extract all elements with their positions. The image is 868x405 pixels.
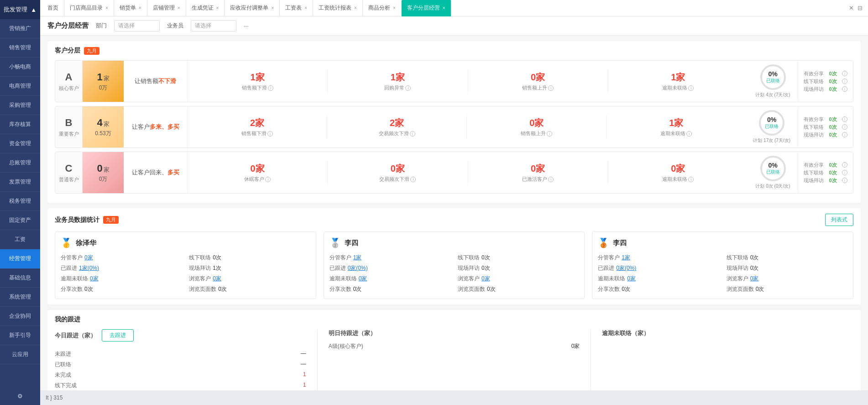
sidebar-item-采购管理[interactable]: 采购管理 (0, 96, 40, 115)
staff-stat-value[interactable]: 0家 (84, 254, 93, 262)
sidebar-item-总账管理[interactable]: 总账管理 (0, 153, 40, 173)
sidebar-header[interactable]: 批发管理 ▲ (0, 0, 40, 19)
tab-客户分层经营[interactable]: 客户分层经营× (402, 0, 451, 16)
sidebar-item-企业协同[interactable]: 企业协同 (0, 307, 40, 326)
staff-stat-value[interactable]: 0家 (90, 275, 99, 283)
staff-stat-value[interactable]: 0家 (481, 275, 490, 283)
info-icon[interactable]: i (548, 177, 554, 182)
page-title: 客户分层经营 (47, 21, 89, 30)
tab-工资表[interactable]: 工资表× (280, 0, 313, 16)
stat-label: 销售额上升 i (522, 84, 554, 91)
info-icon-right[interactable]: i (842, 116, 847, 122)
staff-stat-row: 浏览页面数0次 (189, 285, 310, 293)
tab-close-icon[interactable]: × (105, 5, 108, 11)
staff-stat-value[interactable]: 1家 (353, 254, 362, 262)
tab-门店商品目录[interactable]: 门店商品目录× (64, 0, 114, 16)
sidebar-item-销售管理[interactable]: 销售管理 (0, 38, 40, 58)
info-icon-right[interactable]: i (842, 170, 847, 175)
tier-stat-item[interactable]: 0家逾期未联络 i (608, 161, 748, 184)
sidebar-item-新手引导[interactable]: 新手引导 (0, 326, 40, 345)
info-icon[interactable]: i (548, 85, 554, 91)
filter-more[interactable]: ··· (244, 22, 249, 29)
info-icon-right[interactable]: i (842, 124, 847, 130)
tab-工资统计报表[interactable]: 工资统计报表× (313, 0, 363, 16)
tab-生成凭证[interactable]: 生成凭证× (186, 0, 225, 16)
tab-close-icon[interactable]: × (443, 5, 445, 11)
tier-stat-item[interactable]: 1家销售额下滑 i (188, 69, 328, 93)
info-icon[interactable]: i (547, 131, 552, 137)
staff-stat-value[interactable]: 0家 (359, 275, 367, 283)
tab-close-icon[interactable]: × (216, 5, 219, 11)
staff-stat-value[interactable]: 0家 (627, 275, 636, 283)
info-icon[interactable]: i (410, 177, 416, 182)
sidebar-item-税务管理[interactable]: 税务管理 (0, 192, 40, 211)
staff-stat-value[interactable]: 0家 (213, 275, 221, 283)
info-icon[interactable]: i (688, 85, 694, 91)
info-icon-right[interactable]: i (842, 79, 847, 84)
tab-close-icon[interactable]: × (139, 5, 141, 11)
staff-stat-label: 现场拜访 (189, 264, 211, 272)
tab-close-icon[interactable]: × (354, 5, 357, 11)
tab-首页[interactable]: 首页 (42, 0, 64, 16)
tier-stat-item[interactable]: 2家交易频次下滑 i (327, 115, 467, 139)
sidebar-item-基础信息[interactable]: 基础信息 (0, 268, 40, 288)
tier-stat-item[interactable]: 1家逾期未联络 i (608, 69, 748, 93)
sidebar-item-资金管理[interactable]: 资金管理 (0, 134, 40, 153)
tier-stat-item[interactable]: 0家休眠客户 i (188, 161, 328, 184)
info-icon[interactable]: i (268, 85, 273, 91)
sidebar-settings[interactable]: ⚙ (0, 387, 40, 405)
sidebar-item-固定资产[interactable]: 固定资产 (0, 211, 40, 230)
today-followup-row: 未跟进— (55, 349, 306, 359)
sidebar-item-发票管理[interactable]: 发票管理 (0, 173, 40, 192)
go-followup-button[interactable]: 去跟进 (102, 329, 134, 342)
sidebar-item-经营管理[interactable]: 经营管理 (0, 249, 40, 268)
tab-销货单[interactable]: 销货单× (114, 0, 147, 16)
tab-close-icon[interactable]: × (393, 5, 396, 11)
staff-stat-value[interactable]: 0家(0%) (616, 264, 636, 272)
tier-stat-item[interactable]: 0家销售额上升 i (467, 115, 607, 139)
followup-value: 1 (303, 371, 306, 379)
info-icon-right[interactable]: i (842, 132, 847, 137)
tab-label: 销货单 (120, 4, 136, 12)
info-icon-right[interactable]: i (842, 71, 847, 76)
info-icon[interactable]: i (267, 131, 273, 137)
info-icon[interactable]: i (405, 85, 411, 91)
right-val: 0次 (829, 177, 837, 184)
sidebar-item-电商管理[interactable]: 电商管理 (0, 77, 40, 96)
staff-stat-value[interactable]: 0家 (750, 275, 759, 283)
info-icon[interactable]: i (686, 131, 692, 137)
staff-stat-value[interactable]: 0家(0%) (348, 264, 368, 272)
tab-close-all-icon[interactable]: ✕ (849, 5, 854, 11)
tab-店铺管理[interactable]: 店铺管理× (147, 0, 186, 16)
tab-close-icon[interactable]: × (178, 5, 180, 11)
tab-商品分析[interactable]: 商品分析× (363, 0, 402, 16)
tab-menu-icon[interactable]: ⊟ (858, 5, 863, 11)
tier-stat-item[interactable]: 1家逾期未联络 i (607, 115, 746, 139)
sidebar-item-营销推广[interactable]: 营销推广 (0, 19, 40, 38)
info-icon[interactable]: i (688, 177, 694, 182)
info-icon-right[interactable]: i (842, 162, 847, 168)
info-icon[interactable]: i (410, 131, 415, 137)
sidebar-toggle-icon[interactable]: ▲ (31, 6, 37, 13)
sidebar-item-库存核算[interactable]: 库存核算 (0, 115, 40, 134)
staff-stat-value[interactable]: 1家 (622, 254, 630, 262)
sidebar-item-系统管理[interactable]: 系统管理 (0, 288, 40, 307)
info-icon-right[interactable]: i (842, 86, 847, 92)
sales-select[interactable]: 请选择 (191, 20, 236, 32)
tab-close-icon[interactable]: × (304, 5, 307, 11)
tier-stat-item[interactable]: 1家回购异常 i (328, 69, 468, 93)
sidebar-item-工资[interactable]: 工资 (0, 230, 40, 249)
list-view-button[interactable]: 列表式 (825, 214, 853, 226)
tier-stat-item[interactable]: 0家交易频次下滑 i (328, 161, 468, 184)
dept-select[interactable]: 请选择 (114, 20, 160, 32)
info-icon[interactable]: i (265, 177, 271, 182)
info-icon-right[interactable]: i (842, 178, 847, 183)
tier-stat-item[interactable]: 0家已激活客户 i (468, 161, 608, 184)
sidebar-item-小畅电商[interactable]: 小畅电商 (0, 58, 40, 77)
sidebar-item-云应用[interactable]: 云应用 (0, 345, 40, 364)
tab-应收应付调整单[interactable]: 应收应付调整单× (225, 0, 280, 16)
staff-stat-value[interactable]: 1家(0%) (79, 264, 99, 272)
tab-close-icon[interactable]: × (271, 5, 274, 11)
tier-stat-item[interactable]: 0家销售额上升 i (468, 69, 608, 93)
tier-stat-item[interactable]: 2家销售额下滑 i (188, 115, 327, 139)
